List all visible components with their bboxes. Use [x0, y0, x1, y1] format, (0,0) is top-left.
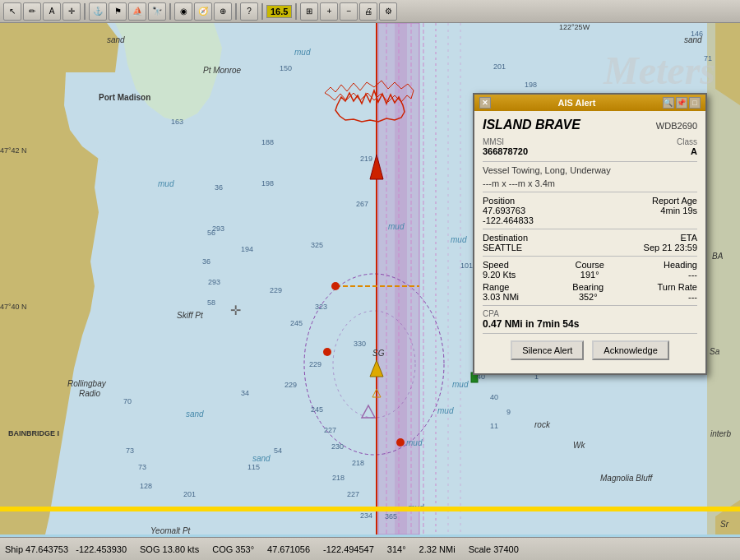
depth-230: 230 [331, 442, 344, 451]
status-distance: 2.32 NMi [419, 544, 456, 554]
tool-ship[interactable]: ⛵ [128, 2, 146, 21]
status-ship-pos: Ship 47.643753 -122.453930 [5, 544, 127, 554]
label-radio: Radio [79, 389, 100, 398]
depth-267: 267 [356, 200, 368, 208]
status-cog: COG 353° [212, 544, 254, 554]
tool-flag[interactable]: ⚑ [109, 2, 127, 21]
map[interactable]: Meters [0, 23, 740, 535]
status-cursor-lat: 47.671056 [267, 544, 310, 554]
depth-73: 73 [126, 447, 134, 455]
tool-zoom-out[interactable]: − [340, 2, 358, 21]
vessel-name: ISLAND BRAVE [483, 118, 580, 132]
depth-150: 150 [280, 64, 292, 72]
divider-1 [483, 161, 697, 162]
ais-title-text: AIS Alert [557, 98, 595, 108]
depth-188: 188 [261, 138, 274, 146]
depth-128: 128 [140, 482, 152, 490]
label-mud-6: mud [437, 406, 453, 415]
tool-settings[interactable]: ⚙ [379, 2, 397, 21]
label-magnolia: Magnolia Bluff [600, 474, 652, 483]
label-sr: Sr [720, 520, 728, 529]
depth-227b: 227 [347, 490, 359, 498]
label-ba: BA [712, 252, 723, 261]
acknowledge-button[interactable]: Acknowledge [592, 340, 668, 360]
depth-229c: 229 [284, 381, 297, 389]
tool-crosshair[interactable]: ✛ [62, 2, 81, 21]
label-sg: SG [372, 349, 384, 358]
vessel-type: Vessel Towing, Long, Underway [483, 165, 697, 175]
depth-56: 56 [207, 229, 215, 237]
label-wk: Wk [573, 441, 585, 450]
tool-zoom-in[interactable]: + [320, 2, 338, 21]
depth-115: 115 [247, 463, 260, 471]
tool-text[interactable]: A [43, 2, 61, 21]
label-yeomalt: Yeomalt Pt [150, 526, 190, 535]
tool-anchor[interactable]: ⚓ [89, 2, 107, 21]
title-search-btn[interactable]: 🔍 [663, 97, 674, 109]
label-rock: rock [534, 420, 550, 429]
svg-point-15 [396, 438, 405, 447]
tool-binoculars[interactable]: 🔭 [148, 2, 166, 21]
divider-2 [483, 192, 697, 192]
depth-218b: 218 [332, 474, 345, 482]
svg-text:✛: ✛ [230, 303, 241, 317]
vessel-dimensions: ---m x ---m x 3.4m [483, 178, 697, 188]
depth-101: 101 [460, 261, 473, 270]
label-pt-monroe: Pt Monroe [203, 66, 241, 75]
label-sand-2: sand [186, 410, 204, 419]
label-sand-3: sand [252, 454, 271, 463]
speed-display: 16.5 [266, 5, 292, 18]
title-max-btn[interactable]: □ [689, 97, 701, 109]
class-info: Class A [594, 137, 698, 156]
depth-11: 11 [490, 422, 498, 430]
label-mud-3: mud [388, 222, 404, 231]
depth-218: 218 [352, 459, 364, 467]
coord-w12225: 122°25W [559, 23, 590, 31]
depth-323: 323 [315, 303, 327, 311]
depth-71: 71 [704, 54, 712, 62]
label-port-madison: Port Madison [99, 93, 150, 102]
title-controls-left: ✕ [479, 97, 491, 109]
tool-layers[interactable]: ⊞ [300, 2, 318, 21]
depth-36: 36 [202, 257, 210, 266]
toolbar: ↖ ✏ A ✛ ⚓ ⚑ ⛵ 🔭 ◉ 🧭 ⊕ ? 16.5 ⊞ + − 🖨 ⚙ [0, 0, 740, 23]
depth-201: 201 [493, 62, 506, 71]
tool-compass[interactable]: 🧭 [194, 2, 212, 21]
label-skiff-pt: Skiff Pt [177, 311, 203, 320]
tool-pencil[interactable]: ✏ [23, 2, 41, 21]
statusbar: Ship 47.643753 -122.453930 SOG 13.80 kts… [0, 537, 740, 560]
depth-330: 330 [354, 340, 366, 348]
depth-198: 198 [525, 81, 537, 89]
ais-titlebar: ✕ AIS Alert 🔍 📌 □ [474, 95, 705, 111]
label-mud-7: mud [406, 438, 422, 447]
speed-row: Speed 9.20 Kts Course 191° Heading --- [483, 260, 697, 280]
tool-print[interactable]: 🖨 [359, 2, 377, 21]
coord-n4740: 47°40 N [0, 303, 27, 311]
tool-circle[interactable]: ◉ [174, 2, 192, 21]
ais-content: ISLAND BRAVE WDB2690 MMSI 366878720 Clas… [474, 111, 705, 373]
divider-5 [483, 305, 697, 306]
depth-198b: 198 [261, 179, 274, 187]
depth-58: 58 [207, 299, 215, 307]
status-scale: Scale 37400 [469, 544, 519, 554]
depth-365: 365 [385, 512, 397, 521]
depth-34: 34 [241, 389, 249, 397]
silence-alert-button[interactable]: Silence Alert [511, 340, 584, 360]
label-mud-4: mud [451, 235, 466, 244]
depth-201b: 201 [183, 490, 196, 498]
divider-3 [483, 229, 697, 229]
label-sand-left: sand [107, 35, 125, 44]
progress-bar [0, 507, 740, 511]
ais-dialog: ✕ AIS Alert 🔍 📌 □ ISLAND BRAVE WDB2690 M… [473, 93, 707, 375]
depth-194: 194 [241, 245, 253, 253]
tool-lifebuoy[interactable]: ⊕ [214, 2, 232, 21]
label-rollingbay: Rollingbay [67, 379, 106, 388]
status-cursor-lon: -122.494547 [323, 544, 374, 554]
position-row: Position 47.693763 -122.464833 Report Ag… [483, 196, 697, 225]
tool-arrow[interactable]: ↖ [3, 2, 21, 21]
tool-question[interactable]: ? [240, 2, 258, 21]
title-close-btn[interactable]: ✕ [479, 97, 491, 109]
title-pin-btn[interactable]: 📌 [676, 97, 687, 109]
label-mud-1: mud [294, 48, 310, 57]
depth-73b: 73 [138, 463, 146, 471]
